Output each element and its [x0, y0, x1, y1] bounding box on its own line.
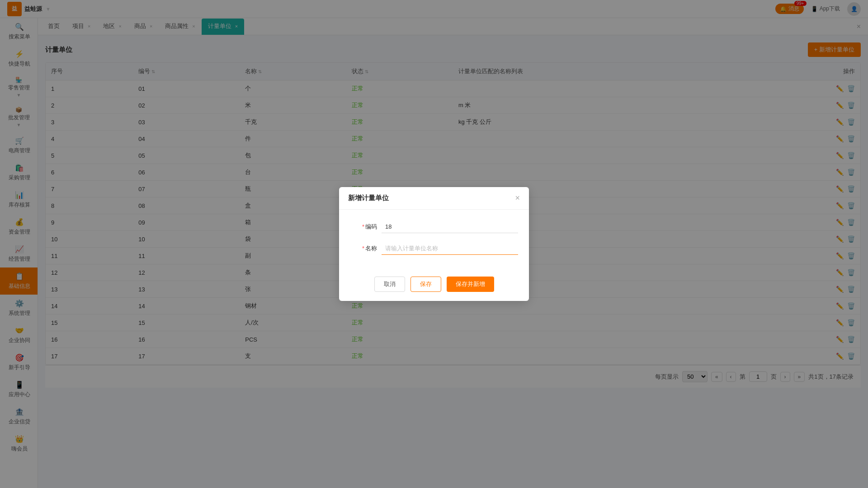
add-measure-unit-modal: 新增计量单位 × *编码 *名称 取消 保存 保存并新增	[339, 187, 529, 301]
modal-overlay: 新增计量单位 × *编码 *名称 取消 保存 保存并新增	[0, 0, 868, 488]
modal-close-button[interactable]: ×	[515, 193, 520, 203]
code-label: *编码	[350, 223, 377, 231]
name-label: *名称	[350, 244, 377, 253]
modal-footer: 取消 保存 保存并新增	[339, 271, 529, 301]
code-input[interactable]	[382, 221, 518, 233]
save-button[interactable]: 保存	[410, 277, 441, 292]
name-required-mark: *	[362, 245, 364, 252]
cancel-button[interactable]: 取消	[374, 277, 405, 292]
name-form-row: *名称	[350, 242, 518, 255]
modal-body: *编码 *名称	[339, 210, 529, 271]
code-required-mark: *	[362, 223, 364, 230]
modal-title: 新增计量单位	[348, 194, 389, 202]
name-input[interactable]	[382, 242, 518, 255]
modal-header: 新增计量单位 ×	[339, 187, 529, 210]
save-and-new-button[interactable]: 保存并新增	[447, 277, 494, 292]
code-form-row: *编码	[350, 221, 518, 233]
